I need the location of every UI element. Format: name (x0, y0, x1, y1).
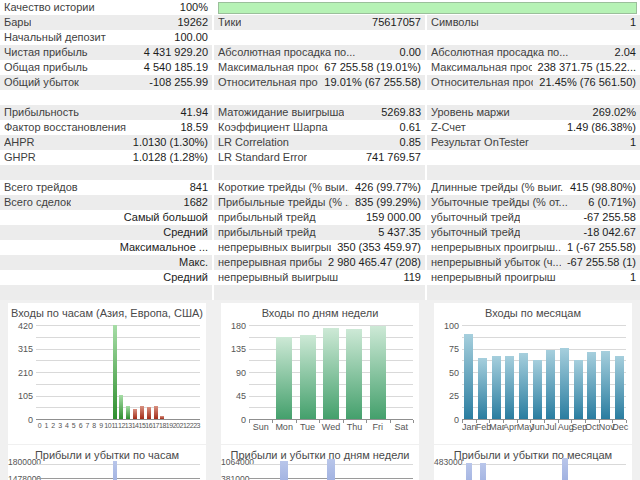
x-axis-tick-mark (476, 420, 477, 423)
stat-value: 269.02% (593, 105, 636, 120)
stat-label: Максимальная просадка ... (218, 60, 318, 75)
stat-label: Фактор восстановления (4, 120, 126, 135)
x-axis-tick-label: 6 (77, 422, 84, 429)
stat-label: Всего трейдов (4, 180, 78, 195)
chart-title: Входы по дням недели (221, 307, 419, 319)
stat-value: -18 042.67 (583, 225, 636, 240)
x-axis-tick-label: Oct (585, 422, 599, 432)
stat-row: Начальный депозит100.00 (0, 30, 212, 45)
x-axis-tick-label: Sun (249, 422, 272, 432)
chart-gridline (36, 464, 200, 465)
stat-label: Всего сделок (4, 195, 71, 210)
stat-row: Коэффициент Шарпа0.61 (214, 120, 425, 135)
x-axis-tick-label: 10 (104, 422, 111, 429)
chart-gridline (36, 478, 200, 479)
stat-value: 1 (-67 255.58) (567, 240, 636, 255)
stat-row: Прибыльность41.94 (0, 105, 212, 120)
x-axis-tick-label: Wed (319, 422, 342, 432)
stat-row: непрерывная прибыль (ч...2 980 465.47 (2… (214, 255, 425, 270)
stat-row: LR Correlation0.85 (214, 135, 425, 150)
stat-value: 1.49 (86.38%) (567, 120, 636, 135)
stat-label: Длинные трейды (% выиг... (431, 180, 564, 195)
stat-value: 18.59 (180, 120, 208, 135)
stat-row: Уровень маржи269.02% (427, 105, 640, 120)
stat-row: Абсолютная просадка по...0.00 (214, 45, 425, 60)
stats-column: Качество истории100%Бары19262Начальный д… (0, 0, 212, 300)
stat-value: 1.0128 (1.28%) (133, 150, 208, 165)
stat-row: непрерывный проигрыш1 (427, 270, 640, 285)
stat-label: Убыточные трейды (% от... (431, 195, 568, 210)
chart-gridline (36, 360, 200, 361)
y-axis-tick-label: 0 (434, 415, 459, 425)
stat-value: 19.01% (67 255.58) (324, 75, 421, 90)
x-axis-tick-mark (530, 420, 531, 423)
x-axis-tick-mark (544, 420, 545, 423)
stat-row: убыточный трейд-18 042.67 (427, 225, 640, 240)
stat-label: Абсолютная просадка по... (218, 45, 355, 60)
x-axis-tick-mark (366, 420, 367, 423)
x-axis-tick-label: 17 (152, 422, 159, 429)
x-axis-tick-label: Sep (571, 422, 585, 432)
stat-value: Макс. (179, 255, 208, 270)
stat-label: LR Standard Error (218, 150, 307, 165)
x-axis-tick-label: 9 (98, 422, 105, 429)
stat-row: Прибыльные трейды (% ...835 (99.29%) (214, 195, 425, 210)
x-axis-tick-label: 18 (159, 422, 166, 429)
x-axis-tick-mark (249, 420, 250, 423)
chart-bar (601, 351, 610, 419)
x-axis-tick-label: 21 (180, 422, 187, 429)
x-axis-tick-label: 2 (50, 422, 57, 429)
profit-loss-chart-panel: Прибыли и убытки по часам18000001478000 (8, 445, 206, 480)
stat-value: 5269.83 (381, 105, 421, 120)
stat-row (0, 285, 212, 300)
x-axis-tick-label: Apr (503, 422, 517, 432)
stat-label: Уровень маржи (431, 105, 510, 120)
chart-gridline (249, 325, 413, 326)
stat-row: прибыльный трейд159 000.00 (214, 210, 425, 225)
x-axis-tick-label: Nov (599, 422, 613, 432)
x-axis-tick-label: 23 (193, 422, 200, 429)
x-axis-tick-mark (571, 420, 572, 423)
entries-chart-panel: Входы по месяцам0255075100JanFebMarAprMa… (434, 303, 632, 444)
x-axis-tick-label: 5 (70, 422, 77, 429)
stat-label: Коэффициент Шарпа (218, 120, 328, 135)
stat-row (0, 90, 212, 105)
stat-value: 1682 (184, 195, 208, 210)
stat-label: Прибыльные трейды (% ... (218, 195, 349, 210)
stat-row: Длинные трейды (% выиг...415 (98.80%) (427, 180, 640, 195)
x-axis-tick-label: Mar (489, 422, 503, 432)
stat-label: Относительная просадка ... (431, 75, 533, 90)
chart-bar (154, 406, 158, 419)
stat-label: непрерывный убыток (ч... (431, 255, 561, 270)
stat-row: Макс. (0, 255, 212, 270)
stat-row (427, 150, 640, 165)
x-axis-tick-label: Feb (476, 422, 490, 432)
stat-row: Максимальное ... (0, 240, 212, 255)
chart-bar (346, 329, 362, 419)
x-axis-tick-label: Tue (296, 422, 319, 432)
stat-value: 0.85 (400, 135, 421, 150)
y-axis-tick-label: 1800000 (8, 457, 33, 467)
stat-value: 350 (353 459.97) (337, 240, 421, 255)
strategy-tester-report: Качество истории100%Бары19262Начальный д… (0, 0, 640, 480)
stat-value: 0.61 (400, 120, 421, 135)
stat-label: Прибыльность (4, 105, 79, 120)
x-axis-tick-label: 19 (166, 422, 173, 429)
stat-value: 19262 (177, 15, 208, 30)
stat-label: Матожидание выигрыша (218, 105, 344, 120)
stat-value: 67 255.58 (19.01%) (324, 60, 421, 75)
chart-bar (480, 463, 486, 480)
stat-row: Относительная просадка ...19.01% (67 255… (214, 75, 425, 90)
stat-value: 4 431 929.20 (144, 45, 208, 60)
chart-bar (587, 352, 596, 419)
chart-gridline (36, 349, 200, 350)
stat-row: Тики75617057 (214, 15, 425, 30)
stat-value: Самый большой (124, 210, 208, 225)
x-axis-tick-mark (272, 420, 273, 423)
stat-row: Символы1 (427, 15, 640, 30)
y-axis-tick-label: 105 (8, 391, 33, 401)
stat-row: Абсолютная просадка по...2.04 (427, 45, 640, 60)
stat-label: непрерывная прибыль (ч... (218, 255, 322, 270)
stat-value: 1 (630, 15, 636, 30)
x-axis-tick-label: Dec (612, 422, 626, 432)
